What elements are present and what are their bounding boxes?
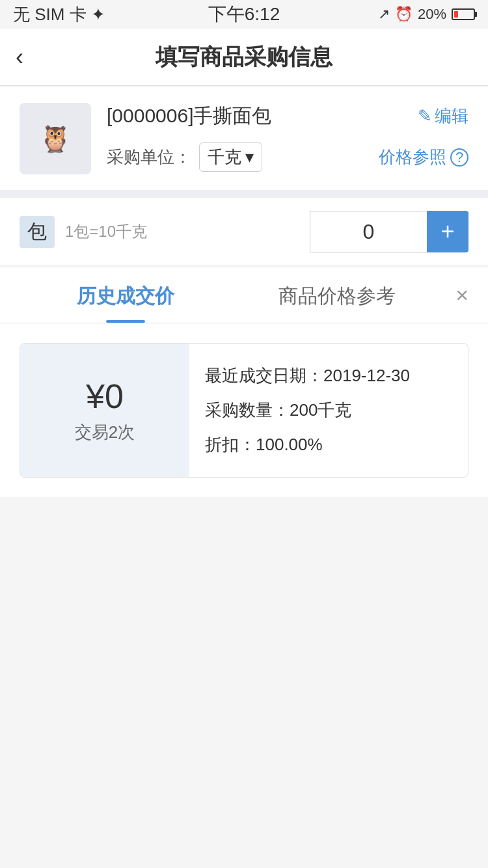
product-name-row: [0000006]手撕面包 ✎ 编辑 <box>107 103 468 129</box>
detail-qty-value: 200千克 <box>290 400 351 420</box>
currency-symbol: ¥ <box>86 377 105 415</box>
nav-bar: ‹ 填写商品采购信息 <box>0 29 488 86</box>
unit-label: 采购单位： <box>107 146 191 169</box>
price-card: ¥0 交易2次 最近成交日期：2019-12-30 采购数量：200千克 折扣：… <box>20 343 468 478</box>
time-text: 下午6:12 <box>208 2 280 27</box>
location-icon: ↗ <box>378 6 390 23</box>
detail-disc-value: 100.00% <box>256 435 323 454</box>
tab-product-price-label: 商品价格参考 <box>278 285 396 306</box>
detail-date-value: 2019-12-30 <box>323 366 410 385</box>
quantity-input[interactable] <box>310 211 427 252</box>
plus-button[interactable]: + <box>427 211 468 252</box>
detail-qty-label: 采购数量： <box>205 400 290 420</box>
battery-icon <box>452 8 475 20</box>
price-detail-date: 最近成交日期：2019-12-30 <box>205 363 452 388</box>
price-ref-label: 价格参照 <box>379 146 446 169</box>
quantity-input-group: + <box>310 211 468 252</box>
page-title: 填写商品采购信息 <box>156 42 332 72</box>
bao-conversion-text: 1包=10千克 <box>65 221 147 242</box>
bottom-panel: 历史成交价 商品价格参考 × ¥0 交易2次 最近成交日期：2019-12-30… <box>0 267 488 497</box>
quantity-section: 包 1包=10千克 + <box>0 198 488 266</box>
tab-close-button[interactable]: × <box>442 269 468 321</box>
status-bar: 无 SIM 卡 ✦ 下午6:12 ↗ ⏰ 20% <box>0 0 488 29</box>
product-details: [0000006]手撕面包 ✎ 编辑 采购单位： 千克 ▾ 价格参照 ? <box>107 103 468 172</box>
back-button[interactable]: ‹ <box>16 44 23 71</box>
price-count: 交易2次 <box>75 421 135 444</box>
battery-percent: 20% <box>418 6 446 23</box>
price-ref-button[interactable]: 价格参照 ? <box>379 146 468 169</box>
edit-button[interactable]: ✎ 编辑 <box>418 105 468 128</box>
detail-date-label: 最近成交日期： <box>205 366 323 385</box>
tab-product-price-ref[interactable]: 商品价格参考 <box>231 267 442 323</box>
status-right: ↗ ⏰ 20% <box>378 6 475 23</box>
battery-fill <box>454 11 458 18</box>
product-thumbnail-icon: 🦉 <box>39 124 72 154</box>
product-section: 🦉 [0000006]手撕面包 ✎ 编辑 采购单位： 千克 ▾ 价格参照 ? <box>0 87 488 190</box>
dropdown-icon: ▾ <box>245 147 254 167</box>
tabs-row: 历史成交价 商品价格参考 × <box>0 267 488 323</box>
product-image: 🦉 <box>20 103 91 174</box>
price-right-panel: 最近成交日期：2019-12-30 采购数量：200千克 折扣：100.00% <box>189 344 468 477</box>
edit-icon: ✎ <box>418 106 432 126</box>
quantity-label-group: 包 1包=10千克 <box>20 216 147 248</box>
product-name: [0000006]手撕面包 <box>107 103 271 129</box>
unit-value: 千克 <box>208 146 241 169</box>
tab-history-label: 历史成交价 <box>77 285 174 306</box>
unit-row: 采购单位： 千克 ▾ 价格参照 ? <box>107 142 468 172</box>
price-detail-quantity: 采购数量：200千克 <box>205 398 452 423</box>
detail-disc-label: 折扣： <box>205 435 256 454</box>
price-ref-help-icon: ? <box>450 148 468 167</box>
unit-bao-label: 包 <box>20 216 55 248</box>
unit-select[interactable]: 千克 ▾ <box>199 142 262 172</box>
carrier-text: 无 SIM 卡 ✦ <box>13 3 105 26</box>
edit-label: 编辑 <box>435 105 468 128</box>
price-detail-discount: 折扣：100.00% <box>205 432 452 457</box>
section-divider <box>0 190 488 198</box>
price-amount: ¥0 <box>86 377 124 416</box>
tab-history-price[interactable]: 历史成交价 <box>20 267 231 323</box>
page-rest <box>0 497 488 868</box>
amount-value: 0 <box>105 377 124 415</box>
price-left-panel: ¥0 交易2次 <box>20 344 189 477</box>
alarm-icon: ⏰ <box>395 6 413 23</box>
history-content: ¥0 交易2次 最近成交日期：2019-12-30 采购数量：200千克 折扣：… <box>0 323 488 497</box>
